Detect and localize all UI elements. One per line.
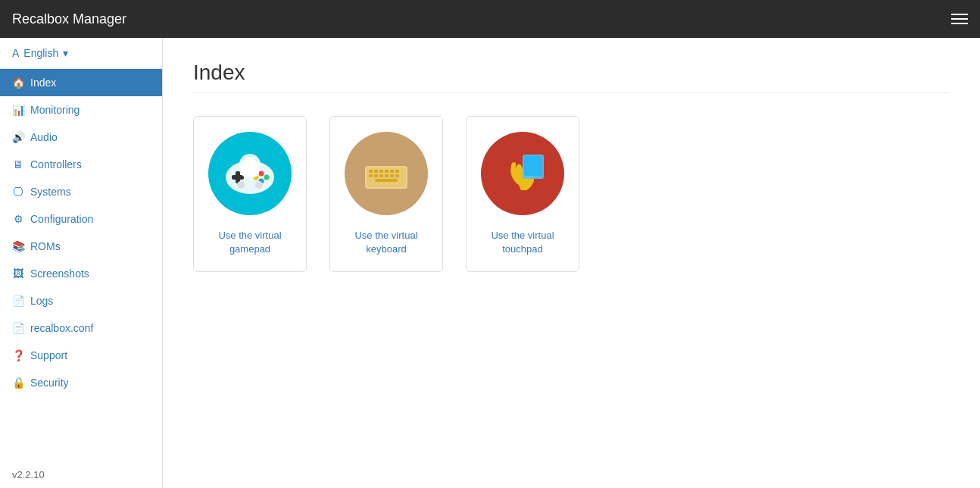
card-keyboard[interactable]: Use the virtual keyboard: [329, 116, 443, 272]
sidebar-item-screenshots[interactable]: 🖼 Screenshots: [0, 260, 162, 287]
sidebar-item-label: ROMs: [30, 240, 61, 252]
page-title: Index: [193, 61, 950, 93]
home-icon: 🏠: [12, 77, 24, 89]
sidebar-item-label: recalbox.conf: [30, 322, 93, 334]
svg-point-11: [241, 166, 259, 178]
lock-icon: 🔒: [12, 377, 24, 389]
svg-rect-16: [379, 170, 383, 173]
sidebar-item-support[interactable]: ❓ Support: [0, 342, 162, 369]
sidebar-item-configuration[interactable]: ⚙ Configuration: [0, 205, 162, 233]
svg-rect-15: [374, 170, 378, 173]
card-touchpad[interactable]: Use the virtual touchpad: [466, 116, 579, 272]
svg-point-3: [259, 171, 264, 177]
audio-icon: 🔊: [12, 131, 24, 143]
sidebar-item-systems[interactable]: 🖵 Systems: [0, 178, 162, 205]
svg-rect-23: [385, 174, 389, 177]
sidebar-item-label: Controllers: [30, 158, 82, 170]
sidebar-item-index[interactable]: 🏠 Index: [0, 69, 162, 96]
sidebar-item-recalbox-conf[interactable]: 📄 recalbox.conf: [0, 314, 162, 342]
sidebar-item-monitoring[interactable]: 📊 Monitoring: [0, 96, 162, 124]
sidebar-item-label: Support: [30, 349, 67, 361]
svg-rect-17: [385, 170, 389, 173]
gamepad-card-label: Use the virtual gamepad: [206, 229, 294, 256]
svg-rect-26: [375, 179, 398, 182]
sidebar-nav: 🏠 Index 📊 Monitoring 🔊 Audio 🖥 Controlle…: [0, 69, 162, 461]
svg-rect-24: [390, 174, 394, 177]
language-icon: A: [12, 47, 19, 59]
sidebar-item-roms[interactable]: 📚 ROMs: [0, 233, 162, 260]
chevron-down-icon: ▾: [63, 47, 68, 59]
svg-rect-25: [395, 174, 399, 177]
screenshots-icon: 🖼: [12, 267, 24, 280]
touchpad-svg: [492, 143, 553, 204]
sidebar-item-controllers[interactable]: 🖥 Controllers: [0, 151, 162, 178]
keyboard-svg: [356, 143, 417, 204]
svg-rect-21: [374, 174, 378, 177]
svg-point-4: [264, 175, 270, 180]
gamepad-icon-wrap: [208, 132, 292, 215]
language-label: English: [23, 47, 58, 59]
svg-rect-22: [379, 174, 383, 177]
svg-rect-20: [369, 174, 373, 177]
svg-rect-28: [524, 156, 542, 176]
svg-point-7: [237, 181, 245, 189]
svg-rect-14: [369, 170, 373, 173]
app-version: v2.2.10: [0, 461, 162, 488]
sidebar-item-label: Configuration: [30, 213, 93, 225]
controllers-icon: 🖥: [12, 158, 24, 170]
cards-row: Use the virtual gamepad: [193, 116, 950, 272]
sidebar-item-security[interactable]: 🔒 Security: [0, 369, 162, 396]
svg-rect-18: [390, 170, 394, 173]
sidebar-item-label: Logs: [30, 295, 53, 307]
monitoring-icon: 📊: [12, 104, 24, 116]
systems-icon: 🖵: [12, 186, 24, 198]
main-content: Index: [163, 38, 980, 488]
recalbox-conf-icon: 📄: [12, 322, 24, 334]
sidebar-item-logs[interactable]: 📄 Logs: [0, 287, 162, 314]
sidebar-item-label: Systems: [30, 186, 71, 198]
gamepad-svg: [220, 143, 280, 204]
touchpad-icon-wrap: [481, 132, 564, 215]
top-navbar: Recalbox Manager: [0, 0, 980, 38]
touchpad-card-label: Use the virtual touchpad: [479, 229, 566, 256]
app-title: Recalbox Manager: [12, 11, 126, 27]
svg-point-8: [255, 181, 263, 189]
keyboard-icon-wrap: [345, 132, 428, 215]
support-icon: ❓: [12, 349, 24, 361]
card-gamepad[interactable]: Use the virtual gamepad: [193, 116, 307, 272]
logs-icon: 📄: [12, 295, 24, 307]
sidebar-item-audio[interactable]: 🔊 Audio: [0, 124, 162, 151]
sidebar-item-label: Monitoring: [30, 104, 80, 116]
keyboard-card-label: Use the virtual keyboard: [342, 229, 430, 256]
sidebar-item-label: Security: [30, 377, 69, 389]
roms-icon: 📚: [12, 240, 24, 252]
hamburger-menu[interactable]: [951, 14, 968, 24]
sidebar: A English ▾ 🏠 Index 📊 Monitoring 🔊 Audio…: [0, 38, 163, 488]
gear-icon: ⚙: [12, 213, 24, 225]
svg-rect-19: [395, 170, 399, 173]
language-selector[interactable]: A English ▾: [0, 38, 162, 69]
sidebar-item-label: Audio: [30, 131, 58, 143]
sidebar-item-label: Screenshots: [30, 267, 89, 280]
sidebar-item-label: Index: [30, 77, 56, 89]
main-layout: A English ▾ 🏠 Index 📊 Monitoring 🔊 Audio…: [0, 38, 980, 488]
